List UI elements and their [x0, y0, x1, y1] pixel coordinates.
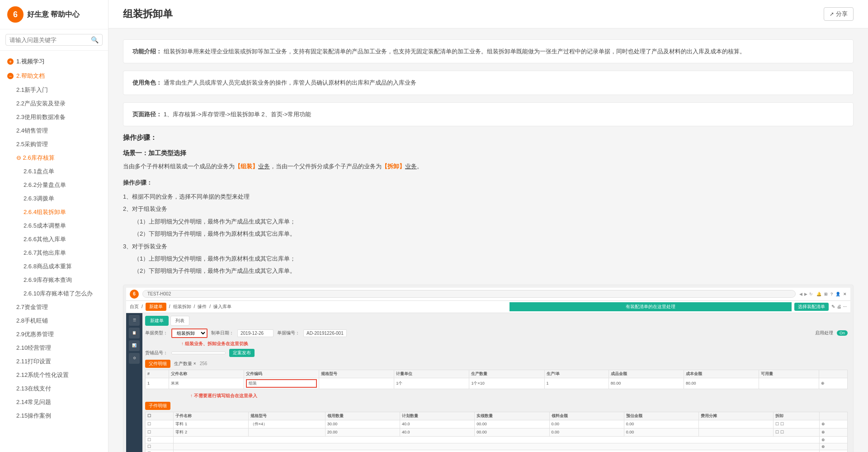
- sim-row1-code-highlight: 组装: [246, 379, 317, 388]
- screenshot-container: 6 TEST-H002 ◀ ▶ ↻ 🔔 ⊞ ? 👤 ✕: [123, 285, 854, 452]
- sim-lrow2-disassemble: ☐ ☐: [774, 428, 819, 436]
- content-area: 功能介绍： 组装拆卸单用来处理企业组装或拆卸等加工业务，支持有固定装配清单的产品…: [108, 29, 868, 452]
- sim-icon-edit: ✎: [831, 304, 835, 309]
- sim-lrow1-disassemble: ☐ ☐: [774, 420, 819, 428]
- sim-date-label: 制单日期：: [211, 330, 234, 336]
- operation-title: 操作步骤：: [123, 133, 854, 142]
- sim-lrow2-action: ⊕: [819, 428, 847, 436]
- sim-th-prod-qty: 生产数量: [469, 370, 544, 378]
- sim-nav-inbound: 缘入库单: [213, 304, 231, 310]
- sim-th-spec: 规格型号: [319, 370, 394, 378]
- sim-row1-action: ⊕: [819, 378, 848, 389]
- sim-lth-est-amt: 预估金额: [624, 412, 698, 420]
- sidebar-item-2-2[interactable]: 2.2产品安装及登录: [0, 97, 108, 110]
- logo-text: 好生意 帮助中心: [27, 10, 80, 19]
- sim-type-select[interactable]: 组装拆卸 组装 拆卸: [171, 328, 208, 338]
- sidebar-item-2-6-6[interactable]: 2.6.6其他入库单: [0, 233, 108, 246]
- sim-btn-forward: ▶: [804, 292, 807, 296]
- sidebar-item-2-9[interactable]: 2.9优惠券管理: [0, 328, 108, 341]
- sidebar-item-2-10[interactable]: 2.10经营管理: [0, 341, 108, 355]
- sidebar-item-2-14[interactable]: 2.14常见问题: [0, 395, 108, 409]
- sidebar-item-2-8[interactable]: 2.8手机旺铺: [0, 314, 108, 328]
- sidebar-item-2-6-7[interactable]: 2.6.7其他出库单: [0, 246, 108, 260]
- sim-lrow1-cost-alloc: [699, 420, 774, 428]
- sim-nav-new: 新建单: [146, 303, 166, 311]
- sim-form-row-1: 单据类型： 组装拆卸 组装 拆卸 制单日期： 2019-12-26 单据编号： …: [145, 328, 848, 338]
- sidebar-item-2-6[interactable]: ⊖ 2.6库存核算: [0, 151, 108, 165]
- sim-lrow1-spec: （件×4）: [248, 420, 325, 428]
- sim-right-panel: ✎ 🖨 ···: [831, 304, 847, 309]
- sim-lth-plan-qty: 计划数量: [400, 412, 474, 420]
- intro-block-3: 页面路径： 1、库存核算->库存管理->组装拆卸单 2、首页->常用功能: [123, 102, 854, 126]
- sim-confirm-btn: 定案发布: [229, 349, 255, 357]
- search-input[interactable]: [9, 37, 91, 43]
- sim-nav-parts: 缘件: [198, 304, 207, 310]
- nav-label-1: 1.视频学习: [16, 57, 45, 66]
- sim-row1-code: 组装: [244, 378, 319, 389]
- collapse-icon-2: −: [7, 73, 14, 79]
- sim-lrow2-est-amt: 0.00: [624, 428, 698, 436]
- intro-text-1: 组装拆卸单用来处理企业组装或拆卸等加工业务，支持有固定装配清单的产品加工业务，也…: [164, 48, 745, 55]
- sidebar-item-2-15[interactable]: 2.15操作案例: [0, 409, 108, 423]
- sim-lrow2-name: 零料 2: [174, 428, 248, 436]
- sidebar-item-2-13[interactable]: 2.13在线支付: [0, 382, 108, 395]
- sim-lrow1-use-qty: 30.00: [325, 420, 400, 428]
- sidebar-item-2-6-9[interactable]: 2.6.9库存账本查询: [0, 273, 108, 287]
- nav-section-2: − 2.帮助文档 2.1新手入门 2.2产品安装及登录 2.3使用前数据准备 2…: [0, 69, 108, 423]
- sim-lth-use-qty: 领用数量: [325, 412, 400, 420]
- sim-qty-value: 256: [200, 361, 208, 366]
- share-icon: ➚: [830, 11, 834, 17]
- sim-lrow2-actual-qty: 00.00: [475, 428, 549, 436]
- sidebar-item-2-6-5[interactable]: 2.6.5成本调整单: [0, 219, 108, 233]
- sidebar-item-2-6-3[interactable]: 2.6.3调拨单: [0, 192, 108, 205]
- sidebar-item-1[interactable]: + 1.视频学习: [0, 54, 108, 69]
- table-row: ☐ ⊕: [146, 436, 848, 443]
- sidebar-item-2-6-4[interactable]: 2.6.4组装拆卸单: [0, 205, 108, 219]
- sim-sidebar-icon-2: 📋: [129, 328, 140, 338]
- sim-notice-bar: 有装配清单的在这里处理: [509, 302, 791, 311]
- sidebar-item-2-11[interactable]: 2.11打印设置: [0, 355, 108, 368]
- sim-lrow1-check: ☐: [146, 420, 174, 428]
- sim-lookup-row: 货铺品号： 定案发布: [145, 349, 848, 357]
- sim-row1-unit: 1个: [394, 378, 469, 389]
- sim-main-area: 新建单 列表 单据类型： 组装拆卸 组装 拆卸: [142, 313, 850, 452]
- sidebar-item-2-6-2[interactable]: 2.6.2分量盘点单: [0, 178, 108, 192]
- sim-nav-separator-2: /: [169, 304, 170, 309]
- sim-lth-name: 子件名称: [174, 412, 248, 420]
- sim-lrow4-empty: [174, 443, 819, 450]
- sim-enable-label: 启用处理: [815, 330, 833, 336]
- sidebar-item-2-6-1[interactable]: 2.6.1盘点单: [0, 165, 108, 178]
- sim-row1-prod-per: 1: [544, 378, 609, 389]
- share-button[interactable]: ➚ 分享: [824, 7, 854, 21]
- sim-row1-name: 米米: [169, 378, 244, 389]
- sim-annotation-autofill: ↑ 不需要逐行填写组合在这里录入: [190, 393, 848, 399]
- sim-lrow2-spec: [248, 428, 325, 436]
- nav-label-2: 2.帮助文档: [16, 72, 45, 80]
- sidebar-item-2-7[interactable]: 2.7资金管理: [0, 300, 108, 314]
- sidebar-item-2-1[interactable]: 2.1新手入门: [0, 83, 108, 97]
- sim-tab-active: 新建单: [145, 316, 169, 326]
- nav-children-2: 2.1新手入门 2.2产品安装及登录 2.3使用前数据准备 2.4销售管理 2.…: [0, 83, 108, 423]
- sidebar-item-2-5[interactable]: 2.5采购管理: [0, 138, 108, 151]
- sidebar-item-2-6-8[interactable]: 2.6.8商品成本重算: [0, 260, 108, 273]
- sim-lth-cost-alloc: 费用分摊: [699, 412, 774, 420]
- sim-sidebar-icon-1: ☰: [129, 315, 140, 326]
- sim-lower-label: 子件明细: [145, 402, 170, 410]
- table-row: 1 米米 组装 1个 1个×10 1 80.00: [146, 378, 848, 389]
- sim-lower-thead: ☐ 子件名称 规格型号 领用数量 计划数量 实领数量 领料金额 预估金额 费用分…: [146, 412, 848, 420]
- sidebar-item-2-4[interactable]: 2.4销售管理: [0, 124, 108, 138]
- search-icon[interactable]: 🔍: [91, 36, 99, 43]
- sidebar-item-2-6-10[interactable]: 2.6.10库存账本错了怎么办: [0, 287, 108, 300]
- sidebar-item-2-12[interactable]: 2.12系统个性化设置: [0, 368, 108, 382]
- step-2-2: （2）下部明细为子件明细，最终作为原材料生成其它出库单。: [123, 228, 854, 240]
- step-3: 3、对于拆装业务: [123, 240, 854, 252]
- sim-tab-list: 列表: [170, 316, 189, 326]
- sim-type-label: 单据类型：: [145, 330, 168, 336]
- sim-icon-help: ?: [830, 292, 833, 296]
- intro-label-2: 使用角色：: [132, 79, 162, 86]
- sim-row1-spec: [319, 378, 394, 389]
- logo-area: 6 好生意 帮助中心: [0, 0, 108, 29]
- sidebar-item-2[interactable]: − 2.帮助文档: [0, 69, 108, 83]
- nav-section-1: + 1.视频学习: [0, 54, 108, 69]
- sidebar-item-2-3[interactable]: 2.3使用前数据准备: [0, 110, 108, 124]
